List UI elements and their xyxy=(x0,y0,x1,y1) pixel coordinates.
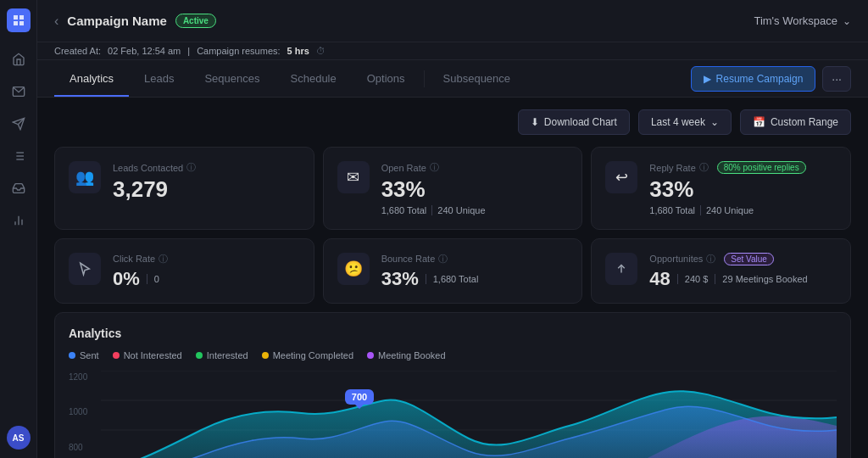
chart-tooltip: 700 xyxy=(345,389,374,405)
legend-dot-sent xyxy=(69,352,75,359)
click-rate-meta: 0% 0 xyxy=(113,269,300,289)
more-options-button[interactable]: ··· xyxy=(822,66,851,92)
user-avatar[interactable]: AS xyxy=(7,426,31,450)
open-rate-value: 33% xyxy=(381,177,569,202)
created-label: Created At: xyxy=(54,46,101,56)
tab-options[interactable]: Options xyxy=(352,60,420,97)
main-content: ‹ Campaign Name Active Tim's Workspace ⌄… xyxy=(37,0,868,458)
reply-rate-icon: ↩ xyxy=(605,161,637,193)
sidebar-logo[interactable] xyxy=(7,8,31,32)
click-rate-label: Click Rate xyxy=(113,254,155,264)
tab-sequences[interactable]: Sequences xyxy=(189,60,275,97)
opp-divider2 xyxy=(715,274,715,284)
reply-unique: 240 Unique xyxy=(706,205,754,215)
open-rate-info: Open Rate ⓘ 33% 1,680 Total 240 Unique xyxy=(381,161,569,215)
legend-not-interested: Not Interested xyxy=(113,350,182,360)
opp-dollars: 240 $ xyxy=(685,274,709,284)
click-rate-icon xyxy=(69,253,101,285)
chart-svg xyxy=(101,371,837,458)
legend-dot-meeting-completed xyxy=(262,352,269,359)
chart-y-labels: 1200 1000 800 600 xyxy=(69,371,97,458)
info-icon-bounce: ⓘ xyxy=(438,253,448,265)
info-icon-opp: ⓘ xyxy=(706,253,715,265)
custom-range-label: Custom Range xyxy=(771,116,838,128)
legend-dot-not-interested xyxy=(113,352,120,359)
leads-contacted-info: Leads Contacted ⓘ 3,279 xyxy=(113,161,300,202)
legend-label-meeting-booked: Meeting Booked xyxy=(378,350,446,360)
stat-card-open-rate: ✉ Open Rate ⓘ 33% 1,680 Total 240 Unique xyxy=(323,147,583,230)
tab-divider xyxy=(424,70,425,87)
click-rate-value: 0% xyxy=(113,269,140,289)
download-icon: ⬇ xyxy=(531,116,539,128)
sidebar-item-analytics[interactable] xyxy=(5,207,32,234)
chart-visual: 1200 1000 800 600 xyxy=(69,371,837,458)
tab-subsequence[interactable]: Subsequence xyxy=(428,60,526,97)
sidebar: AS xyxy=(0,0,37,458)
opportunities-value: 48 xyxy=(649,269,670,289)
sub-header-separator: | xyxy=(187,46,190,56)
back-button[interactable]: ‹ xyxy=(54,14,58,29)
set-value-badge[interactable]: Set Value xyxy=(724,253,774,265)
chart-svg-area: 700 xyxy=(101,371,837,458)
info-icon-leads: ⓘ xyxy=(186,161,196,174)
reply-total: 1,680 Total xyxy=(649,205,695,215)
resume-campaign-button[interactable]: ▶ Resume Campaign xyxy=(691,66,816,92)
legend-dot-meeting-booked xyxy=(367,352,374,359)
bounce-divider xyxy=(426,274,426,284)
info-icon-click: ⓘ xyxy=(159,253,168,265)
download-chart-label: Download Chart xyxy=(544,116,617,128)
y-label-1000: 1000 xyxy=(69,407,97,416)
tab-leads[interactable]: Leads xyxy=(129,60,189,97)
leads-contacted-value: 3,279 xyxy=(113,177,300,202)
campaign-name: Campaign Name xyxy=(67,14,167,28)
legend-label-interested: Interested xyxy=(207,350,248,360)
nav-tabs: Analytics Leads Sequences Schedule Optio… xyxy=(37,60,868,98)
open-rate-icon: ✉ xyxy=(337,161,370,193)
legend-sent: Sent xyxy=(69,350,99,360)
opportunities-icon xyxy=(605,253,637,285)
sidebar-item-inbox[interactable] xyxy=(5,175,32,202)
bounce-rate-value: 33% xyxy=(381,269,419,289)
chevron-down-icon: ⌄ xyxy=(710,116,719,128)
sub-header: Created At: 02 Feb, 12:54 am | Campaign … xyxy=(37,42,868,60)
stat-card-click-rate: Click Rate ⓘ 0% 0 xyxy=(54,238,314,304)
y-label-1200: 1200 xyxy=(69,372,97,382)
calendar-icon: 📅 xyxy=(753,116,765,128)
main-content-area: ⬇ Download Chart Last 4 week ⌄ 📅 Custom … xyxy=(37,98,868,458)
bounce-rate-label: Bounce Rate xyxy=(381,254,436,264)
workspace-chevron-icon[interactable]: ⌄ xyxy=(843,15,851,27)
info-icon-reply: ⓘ xyxy=(699,161,709,174)
custom-range-button[interactable]: 📅 Custom Range xyxy=(740,109,851,135)
resume-button-label: Resume Campaign xyxy=(716,73,804,85)
sidebar-item-list[interactable] xyxy=(5,142,32,170)
page-header: ‹ Campaign Name Active Tim's Workspace ⌄ xyxy=(37,0,868,42)
tab-schedule[interactable]: Schedule xyxy=(275,60,352,97)
tab-analytics[interactable]: Analytics xyxy=(54,60,129,97)
info-icon-open: ⓘ xyxy=(430,161,439,174)
open-rate-meta: 1,680 Total 240 Unique xyxy=(381,205,569,215)
legend-label-not-interested: Not Interested xyxy=(124,350,182,360)
created-value: 02 Feb, 12:54 am xyxy=(108,46,181,56)
chart-legend: Sent Not Interested Interested Meeting C… xyxy=(69,350,837,360)
resumes-label: Campaign resumes: xyxy=(197,46,280,56)
workspace-label: Tim's Workspace xyxy=(754,14,837,27)
date-range-button[interactable]: Last 4 week ⌄ xyxy=(638,109,732,135)
opportunities-info: Opportunites ⓘ Set Value 48 240 $ 29 Mee… xyxy=(649,253,837,289)
sidebar-item-mail[interactable] xyxy=(5,78,32,105)
bounce-rate-icon: 😕 xyxy=(337,253,370,285)
click-divider xyxy=(147,274,147,284)
stat-card-bounce-rate: 😕 Bounce Rate ⓘ 33% 1,680 Total xyxy=(323,238,583,304)
stat-card-opportunities: Opportunites ⓘ Set Value 48 240 $ 29 Mee… xyxy=(591,238,851,304)
sidebar-item-send[interactable] xyxy=(5,110,32,137)
bounce-rate-meta: 33% 1,680 Total xyxy=(381,269,569,289)
leads-contacted-icon: 👥 xyxy=(69,161,101,193)
analytics-chart-section: Analytics Sent Not Interested Interested… xyxy=(54,312,851,458)
bounce-total: 1,680 Total xyxy=(433,274,479,284)
stats-row-1: 👥 Leads Contacted ⓘ 3,279 ✉ Open Rate ⓘ xyxy=(54,147,851,230)
leads-contacted-label: Leads Contacted xyxy=(113,163,183,173)
download-chart-button[interactable]: ⬇ Download Chart xyxy=(518,109,630,135)
reply-rate-label: Reply Rate xyxy=(649,163,695,173)
clock-icon: ⏱ xyxy=(316,46,326,56)
sidebar-item-home[interactable] xyxy=(5,46,32,73)
click-rate-info: Click Rate ⓘ 0% 0 xyxy=(113,253,300,289)
